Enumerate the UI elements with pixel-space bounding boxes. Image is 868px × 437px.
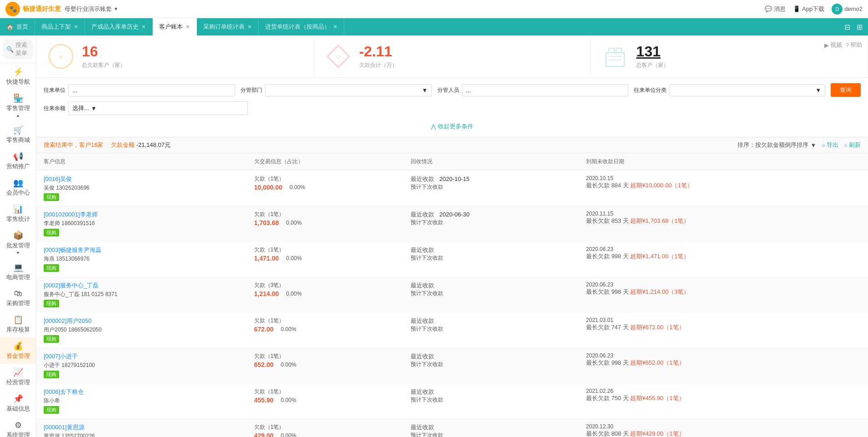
customer-name-link-2[interactable]: [0001020001]李老师: [44, 211, 98, 218]
chevron-down-icon: ▼: [422, 87, 428, 94]
debt-amount-value: -2.11: [359, 44, 397, 60]
due-date-8: 2020.12.30: [586, 423, 861, 430]
sidebar-item-marketing[interactable]: 📢 营销推广: [0, 148, 36, 174]
tab-purchase-stats[interactable]: 进货单统计表（按商品） ✕: [259, 18, 344, 35]
table-row: [0001020001]李老师 李老师 18600391516 现购 欠款（1笔…: [36, 206, 868, 241]
operations-icon: 📈: [13, 367, 23, 377]
overdue-link-6[interactable]: 超期¥652.00（1笔）: [630, 359, 684, 366]
balance-select[interactable]: 选择... ▼: [68, 101, 248, 115]
sidebar-item-finance[interactable]: 💰 资金管理: [0, 337, 36, 364]
sidebar-item-system[interactable]: ⚙ 系统管理: [0, 417, 36, 437]
overdue-link-5[interactable]: 超期¥672.00（1笔）: [630, 324, 684, 331]
sidebar-item-batch-mgmt[interactable]: 📦 批发管理 ▼: [0, 227, 36, 259]
video-button[interactable]: ▶ 视频: [824, 41, 842, 49]
overdue-link-4[interactable]: 超期¥1,214.00（3笔）: [630, 288, 689, 295]
cell-recovery-1: 最近收款 2020-10-15 预计下次收款: [403, 171, 579, 206]
finance-icon: 💰: [13, 341, 23, 351]
tab-production-close[interactable]: ✕: [141, 24, 146, 30]
logo-area: 🐾 畅捷通好生意: [5, 2, 61, 16]
customer-name-link-7[interactable]: [0006]去下粮仓: [44, 388, 84, 395]
customer-name-link-4[interactable]: [0002]服务中心_丁磊: [44, 282, 99, 289]
dept-select[interactable]: ▼: [265, 84, 432, 96]
sidebar-item-quick-nav[interactable]: ⚡ 快捷导航: [0, 63, 36, 90]
results-bar: 搜索结果中，客户16家 欠款金额 -21,148.07元 排序：按欠款金额倒序排…: [36, 137, 868, 153]
sidebar-item-purchase[interactable]: 🛍 采购管理: [0, 285, 36, 311]
sort-label: 排序：按欠款金额倒序排序: [738, 141, 808, 149]
customer-name-link-5[interactable]: [000002]用户2050: [44, 317, 92, 324]
tab-customer-account-close[interactable]: ✕: [186, 24, 190, 30]
top-bar: 🐾 畅捷通好生意 母婴行业演示账套 ▼ 💬 消息 📱 App下载 D demo2: [0, 0, 868, 18]
chevron-down-icon: ▲: [16, 113, 20, 118]
next-payment-3: 预计下次收款: [411, 254, 572, 262]
tab-purchase-order-close[interactable]: ✕: [247, 24, 252, 30]
tab-purchase-stats-close[interactable]: ✕: [333, 24, 337, 30]
tab-purchase-stats-label: 进货单统计表（按商品）: [265, 23, 330, 31]
sidebar-system-label: 系统管理: [6, 431, 30, 437]
due-date-6: 2020.06.23: [586, 352, 861, 359]
customer-name-link-6[interactable]: [0007]小进干: [44, 353, 78, 360]
table-row: [000002]用户2050 用户2050 18665062050 现购 欠款（…: [36, 312, 868, 348]
collapse-button[interactable]: ⋀ 收起更多条件: [428, 120, 476, 133]
customer-name-link-1[interactable]: [0016]吴俊: [44, 176, 72, 182]
overdue-days-1: 最长欠款 884 天 超期¥10,000.00（1笔）: [586, 181, 861, 190]
sidebar-item-members[interactable]: 👥 会员中心: [0, 174, 36, 201]
customer-name-link-3[interactable]: [0003]畅捷服务尹海蕊: [44, 246, 101, 253]
tab-customer-account[interactable]: 客户账本 ✕: [153, 18, 197, 35]
overdue-days-6: 最长欠款 998 天 超期¥652.00（1笔）: [586, 359, 861, 367]
table-row: [0006]去下粮仓 陈小希 现购 欠款（1笔） 455.90 0.00% 最近…: [36, 383, 868, 419]
debt-amount-icon: ◇: [325, 43, 352, 70]
category-select[interactable]: ▼: [669, 84, 825, 96]
supplier-input[interactable]: ...: [68, 84, 235, 96]
overdue-link-2[interactable]: 超期¥1,703.68（1笔）: [630, 217, 689, 224]
sidebar: 🔍 搜索菜单 ⚡ 快捷导航 🏪 零售管理 ▲ 🛒 零售商城 📢 营销推广: [0, 35, 36, 437]
tab-maximize-button[interactable]: ⊞: [855, 22, 864, 32]
chevron-down-icon4: ▼: [91, 105, 97, 112]
company-selector[interactable]: 母婴行业演示账套 ▼: [65, 5, 118, 13]
user-menu[interactable]: D demo2: [832, 4, 863, 15]
tabs-actions: ⊟ ⊞: [843, 22, 868, 32]
debt-percent-5: 0.00%: [281, 326, 296, 332]
sidebar-search-box[interactable]: 🔍 搜索菜单: [3, 39, 33, 59]
tab-home[interactable]: 🏠 首页: [0, 18, 35, 35]
sidebar-item-retail-store[interactable]: 🛒 零售商城: [0, 121, 36, 148]
filter-row-2: 往来余额 选择... ▼: [44, 101, 861, 115]
message-button[interactable]: 💬 消息: [765, 5, 786, 13]
results-debt-amount: -21,148.07元: [135, 141, 171, 148]
sidebar-item-basic-info[interactable]: 📌 基础信息: [0, 390, 36, 417]
due-date-5: 2021.03.01: [586, 317, 861, 323]
help-button[interactable]: ? 帮助: [846, 41, 862, 49]
tab-products[interactable]: 商品上下架 ✕: [35, 18, 85, 35]
customer-name-link-8[interactable]: [000001]黄思源: [44, 424, 85, 431]
sidebar-item-inventory[interactable]: 📋 库存核算: [0, 311, 36, 337]
search-icon: 🔍: [6, 46, 14, 53]
next-payment-4: 预计下次收款: [411, 290, 572, 297]
sidebar-item-retail-stats[interactable]: 📊 零售统计: [0, 201, 36, 227]
refresh-button[interactable]: ○ 刷新: [844, 141, 861, 149]
sort-select[interactable]: 排序：按欠款金额倒序排序 ▼: [738, 141, 816, 149]
customer-phone-3: 海燕 18513066976: [44, 255, 240, 263]
overdue-link-8[interactable]: 超期¥429.00（1笔）: [630, 430, 684, 437]
search-button[interactable]: 查询: [831, 83, 861, 97]
filter-balance: 往来余额 选择... ▼: [44, 101, 248, 115]
tab-products-close[interactable]: ✕: [74, 24, 78, 30]
tab-minimize-button[interactable]: ⊟: [843, 22, 852, 32]
sidebar-item-operations[interactable]: 📈 经营管理: [0, 364, 36, 390]
results-customer-count: 16家: [91, 141, 103, 148]
tab-purchase-order[interactable]: 采购订单统计表 ✕: [197, 18, 259, 35]
filter-row-1: 往来单位 ... 分管部门 ▼ 分管人员: [44, 83, 861, 97]
main-layout: 🔍 搜索菜单 ⚡ 快捷导航 🏪 零售管理 ▲ 🛒 零售商城 📢 营销推广: [0, 35, 868, 437]
search-placeholder: 搜索菜单: [15, 41, 30, 57]
person-input[interactable]: ...: [462, 84, 629, 96]
tab-production[interactable]: 产成品入库单历史 ✕: [85, 18, 153, 35]
recovery-info-1: 最近收款 2020-10-15: [411, 175, 572, 183]
app-download-button[interactable]: 📱 App下载: [793, 5, 824, 13]
customer-phone-2: 李老师 18600391516: [44, 220, 240, 227]
sidebar-item-retail-mgmt[interactable]: 🏪 零售管理 ▲: [0, 90, 36, 121]
overdue-link-3[interactable]: 超期¥1,471.00（1笔）: [630, 253, 689, 260]
overdue-link-7[interactable]: 超期¥455.90（1笔）: [630, 395, 684, 402]
export-button[interactable]: ○ 导出: [822, 141, 838, 149]
filters-area: 往来单位 ... 分管部门 ▼ 分管人员: [36, 78, 868, 137]
sidebar-item-ecommerce[interactable]: 💻 电商管理: [0, 259, 36, 285]
overdue-link-1[interactable]: 超期¥10,000.00（1笔）: [630, 182, 692, 189]
overdue-days-7: 最长欠款 750 天 超期¥455.90（1笔）: [586, 394, 861, 402]
